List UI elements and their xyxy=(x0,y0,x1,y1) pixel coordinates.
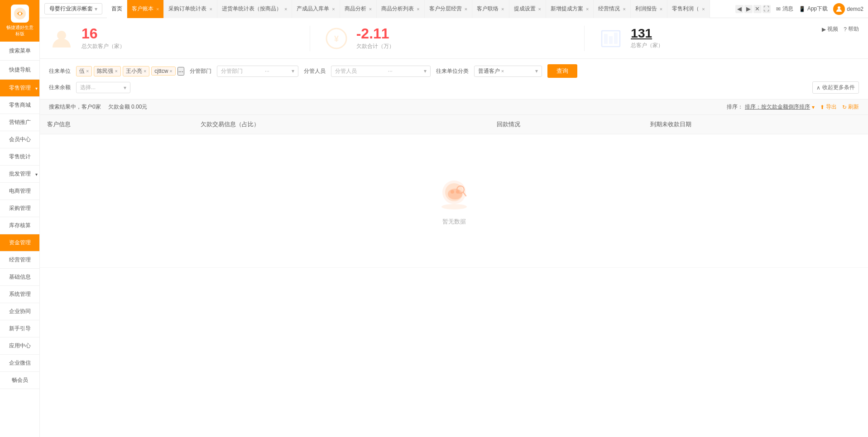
tab-purchase-order[interactable]: 采购订单统计表 × xyxy=(164,0,217,18)
table-header-row: 客户信息 欠款交易信息（占比） 回款情况 到期未收款日期 xyxy=(40,115,868,134)
tab-close-customer-contact[interactable]: × xyxy=(501,6,504,12)
unit-category-select[interactable]: 普通客户 × ▾ xyxy=(474,66,542,77)
sidebar-item-system-mgmt[interactable]: 系统管理 xyxy=(0,286,39,303)
sidebar-item-wholesale-mgmt[interactable]: 批发管理 xyxy=(0,166,39,183)
tab-goods-analysis-list[interactable]: 商品分析列表 × xyxy=(377,0,424,18)
refresh-btn[interactable]: ↻ 刷新 xyxy=(842,103,859,111)
app-download-btn[interactable]: 📱 App下载 xyxy=(799,5,828,13)
tab-prev-arrow[interactable]: ◀ xyxy=(735,5,743,13)
sidebar-item-enterprise-wechat[interactable]: 企业微信 xyxy=(0,355,39,372)
tab-close-all[interactable]: ✕ xyxy=(753,5,762,13)
stat-info-customers: 16 总欠款客户（家） xyxy=(82,26,125,50)
sidebar-item-enterprise-collab[interactable]: 企业协同 xyxy=(0,303,39,320)
sidebar-item-inventory-check[interactable]: 库存核算 xyxy=(0,217,39,234)
tag-label-wang: 王小亮 xyxy=(126,67,142,75)
dept-select[interactable]: 分管部门 ··· ▾ xyxy=(217,66,298,77)
tab-retail-profit[interactable]: 零售利润（ × xyxy=(667,0,710,18)
logo[interactable]: 畅捷通好生意 标版 xyxy=(0,0,39,42)
sidebar-quick-nav: 快捷导航 xyxy=(0,61,39,80)
stats-bar: 16 总欠款客户（家） ¥ -2.11 欠款合计（万） xyxy=(40,18,868,59)
unit-tag-cjttcw: cjttcw × xyxy=(151,66,175,76)
tag-close-wu[interactable]: × xyxy=(86,68,89,74)
collapse-filter-btn[interactable]: ∧ 收起更多条件 xyxy=(812,81,859,94)
tab-production-inbound[interactable]: 产成品入库单 × xyxy=(292,0,340,18)
search-result-text: 搜索结果中，客户0家 xyxy=(49,103,101,111)
message-btn[interactable]: ✉ 消息 xyxy=(776,5,793,13)
filter-row-1: 往来单位 伍 × 陈民强 × 王小亮 × cjttcw xyxy=(49,64,859,78)
sidebar-item-basic-info[interactable]: 基础信息 xyxy=(0,269,39,286)
tag-close-wang[interactable]: × xyxy=(144,68,146,74)
tab-close-inbound-stats[interactable]: × xyxy=(284,6,287,12)
col-header-debt-transaction: 欠款交易信息（占比） xyxy=(193,115,489,134)
logo-subtext: 标版 xyxy=(3,31,37,37)
unit-tags: 伍 × 陈民强 × 王小亮 × cjttcw × ··· xyxy=(76,66,184,76)
refresh-icon: ↻ xyxy=(842,104,847,110)
svg-point-10 xyxy=(441,204,467,209)
query-button[interactable]: 查询 xyxy=(547,64,577,78)
unit-tag-more[interactable]: ··· xyxy=(177,67,184,76)
unit-category-close[interactable]: × xyxy=(501,68,504,74)
tab-expand[interactable]: ⛶ xyxy=(762,5,771,13)
tab-inbound-stats[interactable]: 进货单统计表（按商品） × xyxy=(217,0,292,18)
help-btn[interactable]: ? 帮助 xyxy=(844,25,859,33)
tab-close-customer-account[interactable]: × xyxy=(156,6,159,12)
empty-state-text: 暂无数据 xyxy=(442,218,466,226)
tab-customer-account[interactable]: 客户账本 × xyxy=(127,0,164,18)
tab-new-prompt-plan[interactable]: 新增提成方案 × xyxy=(546,0,594,18)
quick-nav-btn[interactable]: 快捷导航 xyxy=(3,63,37,76)
stat-number-customers: 16 xyxy=(82,26,125,41)
sidebar: 畅捷通好生意 标版 搜索菜单 快捷导航 零售管理 零售商城 营销推广 会员中心 … xyxy=(0,0,40,437)
tab-customer-contact[interactable]: 客户联络 × xyxy=(472,0,509,18)
sort-button[interactable]: 排序： 排序：按欠款金额倒序排序 ▾ xyxy=(727,103,815,111)
sidebar-item-retail-stats[interactable]: 零售统计 xyxy=(0,148,39,166)
person-select[interactable]: 分管人员 ··· ▾ xyxy=(331,66,431,77)
svg-point-14 xyxy=(451,190,454,194)
tab-close-prompt-settings[interactable]: × xyxy=(538,6,541,12)
tab-close-goods-analysis[interactable]: × xyxy=(369,6,372,12)
tab-close-retail-profit[interactable]: × xyxy=(702,6,705,12)
tag-close-cjttcw[interactable]: × xyxy=(169,68,172,74)
svg-point-13 xyxy=(448,189,462,200)
tab-next-arrow[interactable]: ▶ xyxy=(744,5,753,13)
tab-close-new-prompt-plan[interactable]: × xyxy=(586,6,589,12)
tab-close-operation-status[interactable]: × xyxy=(623,6,625,12)
sidebar-item-new-guide[interactable]: 新手引导 xyxy=(0,320,39,337)
tab-close-customer-tier[interactable]: × xyxy=(465,6,467,12)
sidebar-item-marketing[interactable]: 营销推广 xyxy=(0,114,39,131)
logo-icon xyxy=(11,5,29,23)
sidebar-item-member-center[interactable]: 会员中心 xyxy=(0,131,39,148)
filter-row-2: 往来余额 选择... ▾ ∧ 收起更多条件 xyxy=(49,81,859,94)
tab-close-purchase-order[interactable]: × xyxy=(209,6,212,12)
user-profile[interactable]: demo2 xyxy=(833,3,863,15)
export-btn[interactable]: ⬆ 导出 xyxy=(820,103,837,111)
tag-label-cjttcw: cjttcw xyxy=(154,68,168,74)
stat-label-amount: 欠款合计（万） xyxy=(356,43,394,50)
tab-prompt-settings[interactable]: 提成设置 × xyxy=(509,0,546,18)
sidebar-item-ecommerce-mgmt[interactable]: 电商管理 xyxy=(0,183,39,200)
video-btn[interactable]: ▶ 视频 xyxy=(822,25,838,33)
tab-profit-report[interactable]: 利润报告 × xyxy=(631,0,667,18)
tab-close-profit-report[interactable]: × xyxy=(660,6,662,12)
tag-label-chen: 陈民强 xyxy=(97,67,113,75)
dept-filter-label: 分管部门 xyxy=(190,67,211,75)
sidebar-item-purchase-mgmt[interactable]: 采购管理 xyxy=(0,200,39,217)
data-table-container: 客户信息 欠款交易信息（占比） 回款情况 到期未收款日期 xyxy=(40,115,868,437)
tab-goods-analysis[interactable]: 商品分析 × xyxy=(340,0,377,18)
balance-select[interactable]: 选择... ▾ xyxy=(76,82,130,93)
sidebar-item-retail-mgmt[interactable]: 零售管理 xyxy=(0,80,39,97)
sidebar-item-operation-mgmt[interactable]: 经营管理 xyxy=(0,252,39,269)
tab-close-production-inbound[interactable]: × xyxy=(332,6,335,12)
tab-customer-tier[interactable]: 客户分层经营 × xyxy=(425,0,472,18)
sidebar-item-retail-mall[interactable]: 零售商城 xyxy=(0,97,39,114)
tab-operation-status[interactable]: 经营情况 × xyxy=(594,0,630,18)
sidebar-item-vip-member[interactable]: 畅会员 xyxy=(0,372,39,389)
unit-tag-wu: 伍 × xyxy=(76,66,92,76)
sidebar-item-app-center[interactable]: 应用中心 xyxy=(0,337,39,355)
sidebar-item-capital-mgmt[interactable]: 资金管理 xyxy=(0,234,39,252)
search-menu-btn[interactable]: 搜索菜单 xyxy=(3,44,37,57)
empty-state-row: 暂无数据 xyxy=(40,134,868,268)
tag-close-chen[interactable]: × xyxy=(115,68,117,74)
tab-home[interactable]: 首页 xyxy=(107,0,127,18)
branch-selector[interactable]: 母婴行业演示帐套 ▾ xyxy=(44,3,102,14)
tab-close-goods-analysis-list[interactable]: × xyxy=(417,6,419,12)
